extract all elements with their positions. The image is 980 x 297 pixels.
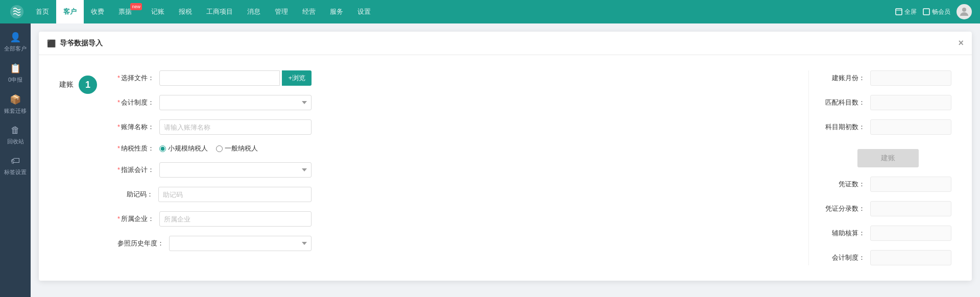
file-input-group: +浏览	[159, 70, 312, 86]
step-label: 建账	[59, 80, 74, 89]
left-column: 建账 1 选择文件：	[59, 70, 808, 265]
belong-company-row: 所属企业：	[117, 211, 312, 227]
account-system-info-value	[870, 250, 951, 265]
all-customers-icon: 👤	[10, 32, 21, 43]
nav-item-invoices[interactable]: 票据 new	[111, 0, 144, 23]
recycle-bin-icon: 🗑	[11, 125, 20, 136]
sidebar-item-label: 回收站	[7, 138, 24, 145]
svg-point-3	[962, 8, 966, 12]
nav-item-customers[interactable]: 客户	[56, 0, 84, 23]
form-section: 选择文件： +浏览 会计制度：	[117, 70, 312, 265]
account-system-row: 会计制度：	[117, 95, 312, 110]
account-system-info-row: 会计制度：	[824, 250, 951, 265]
match-subjects-label: 匹配科目数：	[824, 98, 870, 107]
match-subjects-row: 匹配科目数：	[824, 95, 951, 110]
svg-rect-1	[896, 9, 902, 15]
nav-right-area: 全屏 畅会员	[895, 4, 980, 19]
browse-button[interactable]: +浏览	[282, 70, 312, 86]
build-month-row: 建账月份：	[824, 70, 951, 86]
panel-title: 导爷数据导入	[60, 39, 103, 48]
memo-code-label: 助记码：	[117, 190, 158, 199]
import-icon: ⬛	[47, 39, 56, 47]
sidebar-item-zero-declare[interactable]: 📋 0申报	[1, 59, 30, 88]
sidebar-item-label: 全部客户	[4, 45, 27, 53]
init-balance-value	[870, 119, 951, 135]
match-subjects-value	[870, 95, 951, 110]
nav-items: 首页 客户 收费 票据 new 记账 报税 工商项目 消息 管理 经营 服务 设…	[29, 0, 895, 23]
account-system-info-label: 会计制度：	[824, 253, 870, 262]
panel-header: ⬛ 导爷数据导入 ×	[39, 32, 972, 55]
voucher-count-row: 凭证数：	[824, 177, 951, 192]
account-system-select[interactable]	[159, 95, 312, 110]
new-badge: new	[130, 3, 142, 10]
voucher-count-label: 凭证数：	[824, 180, 870, 189]
file-input[interactable]	[159, 70, 280, 86]
build-month-value	[870, 70, 951, 86]
panel-body: 建账 1 选择文件：	[39, 55, 972, 281]
assign-accountant-row: 指派会计：	[117, 162, 312, 178]
nav-item-bookkeeping[interactable]: 记账	[144, 0, 172, 23]
step-circle: 1	[79, 76, 97, 94]
general-taxpayer-radio[interactable]	[216, 145, 223, 152]
file-label: 选择文件：	[117, 73, 159, 83]
sidebar-item-account-migration[interactable]: 📦 账套迁移	[1, 90, 30, 119]
belong-company-input[interactable]	[159, 211, 312, 227]
svg-rect-2	[923, 9, 929, 15]
import-panel: ⬛ 导爷数据导入 × 建账 1	[39, 32, 972, 281]
right-column: 建账月份： 匹配科目数： 科目期初数：	[808, 70, 951, 265]
right-col-inner: 建账月份： 匹配科目数： 科目期初数：	[824, 70, 951, 265]
nav-item-fees[interactable]: 收费	[84, 0, 111, 23]
memo-code-input[interactable]	[158, 187, 312, 202]
main-layout: 👤 全部客户 📋 0申报 📦 账套迁移 🗑 回收站 🏷 标签设置 ⬛ 导爷数据导…	[0, 23, 980, 297]
build-account-button[interactable]: 建账	[857, 149, 919, 167]
top-navigation: 首页 客户 收费 票据 new 记账 报税 工商项目 消息 管理 经营 服务 设…	[0, 0, 980, 23]
ledger-name-row: 账簿名称：	[117, 119, 312, 135]
small-taxpayer-radio[interactable]	[159, 145, 166, 152]
avatar[interactable]	[957, 4, 972, 19]
voucher-count-value	[870, 177, 951, 192]
logo-button[interactable]	[5, 0, 29, 23]
nav-item-manage[interactable]: 管理	[268, 0, 295, 23]
sidebar-item-recycle-bin[interactable]: 🗑 回收站	[1, 121, 30, 150]
ledger-name-input[interactable]	[159, 119, 312, 135]
tax-type-label: 纳税性质：	[117, 144, 159, 153]
sidebar-item-label: 标签设置	[4, 168, 27, 176]
vip-button[interactable]: 畅会员	[923, 8, 950, 16]
nav-item-operations[interactable]: 经营	[295, 0, 323, 23]
zero-declare-icon: 📋	[10, 63, 21, 74]
small-taxpayer-option[interactable]: 小规模纳税人	[159, 144, 208, 153]
nav-item-messages[interactable]: 消息	[240, 0, 268, 23]
ref-year-row: 参照历史年度：	[117, 236, 312, 251]
general-taxpayer-option[interactable]: 一般纳税人	[216, 144, 258, 153]
nav-item-services[interactable]: 服务	[323, 0, 350, 23]
step-section: 建账 1	[59, 70, 107, 265]
file-select-row: 选择文件： +浏览	[117, 70, 312, 86]
voucher-entries-value	[870, 201, 951, 216]
voucher-entries-label: 凭证分录数：	[824, 204, 870, 213]
close-icon[interactable]: ×	[958, 38, 964, 47]
sidebar-item-all-customers[interactable]: 👤 全部客户	[1, 28, 30, 57]
aux-accounting-value	[870, 226, 951, 241]
build-month-label: 建账月份：	[824, 73, 870, 83]
belong-company-label: 所属企业：	[117, 214, 159, 224]
init-balance-row: 科目期初数：	[824, 119, 951, 135]
ref-year-select[interactable]	[169, 236, 312, 251]
sidebar-item-tag-settings[interactable]: 🏷 标签设置	[1, 152, 30, 180]
ledger-name-label: 账簿名称：	[117, 122, 159, 132]
step-badge: 建账 1	[59, 76, 97, 94]
nav-item-settings[interactable]: 设置	[350, 0, 378, 23]
nav-item-business[interactable]: 工商项目	[199, 0, 240, 23]
nav-item-tax[interactable]: 报税	[172, 0, 199, 23]
panel-body-inner: 建账 1 选择文件：	[59, 70, 951, 265]
memo-code-row: 助记码：	[117, 187, 312, 202]
assign-accountant-select[interactable]	[159, 162, 312, 178]
account-system-label: 会计制度：	[117, 98, 159, 107]
nav-item-home[interactable]: 首页	[29, 0, 56, 23]
aux-accounting-label: 辅助核算：	[824, 229, 870, 238]
fullscreen-button[interactable]: 全屏	[895, 8, 917, 16]
voucher-entries-row: 凭证分录数：	[824, 201, 951, 216]
tag-settings-icon: 🏷	[11, 156, 20, 166]
aux-accounting-row: 辅助核算：	[824, 226, 951, 241]
assign-accountant-label: 指派会计：	[117, 165, 159, 175]
init-balance-label: 科目期初数：	[824, 122, 870, 132]
